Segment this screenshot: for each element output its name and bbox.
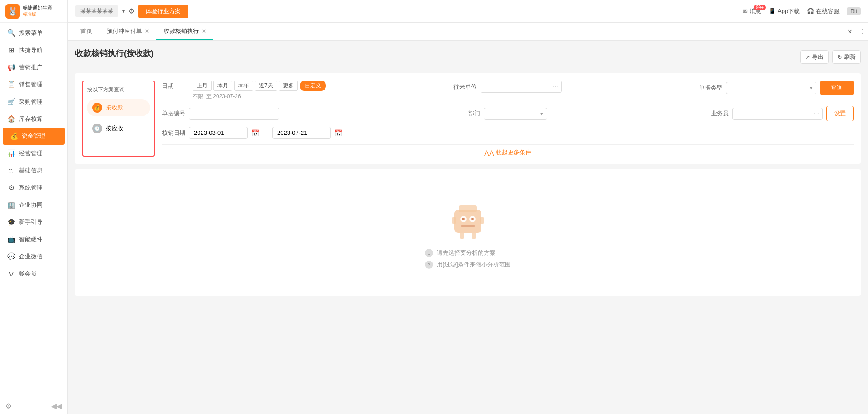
date-label: 日期 xyxy=(162,82,189,90)
sidebar-item-beginner[interactable]: 🎓新手引导 xyxy=(0,214,67,231)
refresh-icon: ↻ xyxy=(837,54,842,61)
date-custom[interactable]: 自定义 xyxy=(300,81,326,91)
sidebar-item-business[interactable]: 📊经营管理 xyxy=(0,145,67,162)
svg-rect-9 xyxy=(460,233,464,239)
logo-icon: 🐰 xyxy=(5,4,20,19)
tab-receivable-writeoff[interactable]: 收款核销执行 ✕ xyxy=(156,24,213,40)
sidebar-item-basic[interactable]: 🗂基础信息 xyxy=(0,162,67,179)
empty-tip-1: 1 请先选择要分析的方案 xyxy=(425,249,510,257)
sales-icon: 📋 xyxy=(7,81,15,89)
filter-fields: 日期 上月 本月 本年 近7天 更多 自定义 不限 xyxy=(162,81,854,157)
logo-sub: 标准版 xyxy=(23,11,52,18)
calendar-start-icon[interactable]: 📅 xyxy=(251,129,259,137)
sidebar-item-hardware[interactable]: 📺智能硬件 xyxy=(0,231,67,248)
svg-rect-6 xyxy=(461,225,475,227)
refresh-button[interactable]: ↻ 刷新 xyxy=(832,50,861,64)
tab-receivable-close[interactable]: ✕ xyxy=(202,28,206,34)
sidebar-item-purchase[interactable]: 🛒采购管理 xyxy=(0,93,67,110)
settings-button[interactable]: 设置 xyxy=(826,106,854,121)
empty-state: 1 请先选择要分析的方案 2 用[过滤]条件来缩小分析范围 xyxy=(75,169,861,296)
date-last-month[interactable]: 上月 xyxy=(193,81,212,91)
chevron-up-icon: ⋀⋀ xyxy=(484,149,494,156)
finance-icon: 💰 xyxy=(10,132,18,140)
date-7days[interactable]: 近7天 xyxy=(255,81,277,91)
sidebar-item-enterprise[interactable]: 🏢企业协同 xyxy=(0,196,67,214)
writeoff-start-input[interactable] xyxy=(189,127,248,139)
staff-more-icon[interactable]: ··· xyxy=(813,109,819,118)
sidebar-footer: ⚙ ◀◀ xyxy=(0,398,67,414)
empty-illustration xyxy=(441,196,495,242)
sidebar-item-finance[interactable]: 💰资金管理 xyxy=(3,128,65,145)
user-avatar[interactable]: Rit xyxy=(847,7,861,15)
tab-prepay-close[interactable]: ✕ xyxy=(145,28,149,34)
date-shortcuts: 上月 本月 本年 近7天 更多 自定义 xyxy=(193,81,326,91)
brand-dropdown-icon[interactable]: ▾ xyxy=(122,8,125,14)
message-btn[interactable]: ✉ 消息 99+ xyxy=(743,7,761,15)
svg-rect-7 xyxy=(452,217,456,224)
svg-point-4 xyxy=(462,218,465,220)
receivable-icon: 🕐 xyxy=(92,124,102,133)
trial-button[interactable]: 体验行业方案 xyxy=(138,5,188,18)
doc-no-input[interactable] xyxy=(189,108,279,120)
system-icon: ⚙ xyxy=(7,184,15,192)
dept-label: 部门 xyxy=(468,109,480,118)
partner-more-icon[interactable]: ··· xyxy=(552,83,558,91)
page-content: 收款核销执行(按收款) ↗ 导出 ↻ 刷新 按以下方案查询 💰 按收款 xyxy=(68,41,868,414)
tab-home[interactable]: 首页 xyxy=(73,24,99,40)
filter-section-title: 按以下方案查询 xyxy=(87,86,150,94)
sidebar-item-wechat[interactable]: 💬企业微信 xyxy=(0,248,67,265)
message-badge: 99+ xyxy=(754,5,766,10)
settings-gear-icon[interactable]: ⚙ xyxy=(128,7,135,15)
sidebar-item-member[interactable]: V畅会员 xyxy=(0,265,67,282)
sidebar-item-marketing[interactable]: 📢营销推广 xyxy=(0,59,67,76)
search-icon: 🔍 xyxy=(7,29,15,37)
sidebar-item-inventory[interactable]: 🏠库存核算 xyxy=(0,110,67,128)
message-icon: ✉ xyxy=(743,8,748,14)
date-to-text: 至 2023-07-26 xyxy=(206,93,241,100)
wechat-icon: 💬 xyxy=(7,252,15,261)
writeoff-date-range: 📅 — 📅 xyxy=(189,127,342,139)
logo: 🐰 畅捷通好生意 标准版 xyxy=(0,0,67,23)
online-service-btn[interactable]: 🎧 在线客服 xyxy=(807,7,840,15)
sidebar-item-search[interactable]: 🔍搜索菜单 xyxy=(0,24,67,42)
export-icon: ↗ xyxy=(805,54,810,61)
query-button[interactable]: 查询 xyxy=(820,81,854,95)
export-button[interactable]: ↗ 导出 xyxy=(800,50,829,64)
logo-name: 畅捷通好生意 xyxy=(23,5,52,11)
date-this-year[interactable]: 本年 xyxy=(234,81,253,91)
collapse-more-btn[interactable]: ⋀⋀ 收起更多条件 xyxy=(162,144,854,157)
date-this-month[interactable]: 本月 xyxy=(213,81,232,91)
filter-by-receipt[interactable]: 💰 按收款 xyxy=(87,99,150,116)
sidebar-item-system[interactable]: ⚙系统管理 xyxy=(0,179,67,196)
sidebar-nav: 🔍搜索菜单⊞快捷导航📢营销推广📋销售管理🛒采购管理🏠库存核算💰资金管理📊经营管理… xyxy=(0,23,67,398)
doc-type-select[interactable] xyxy=(726,82,816,94)
sidebar-item-sales[interactable]: 📋销售管理 xyxy=(0,76,67,93)
app-download-btn[interactable]: 📱 App下载 xyxy=(769,7,800,15)
collapse-icon[interactable]: ◀◀ xyxy=(51,402,62,410)
settings-icon[interactable]: ⚙ xyxy=(5,402,12,410)
main-content: 某某某某某某 ▾ ⚙ 体验行业方案 ✉ 消息 99+ 📱 App下载 🎧 在线客… xyxy=(68,0,868,414)
maximize-icon[interactable]: ⛶ xyxy=(856,28,863,35)
partner-label: 往来单位 xyxy=(453,83,477,91)
enterprise-icon: 🏢 xyxy=(7,201,15,209)
partner-input[interactable] xyxy=(481,81,562,93)
writeoff-end-input[interactable] xyxy=(272,127,331,139)
sidebar-item-quick-nav[interactable]: ⊞快捷导航 xyxy=(0,42,67,59)
basic-icon: 🗂 xyxy=(7,167,15,175)
writeoff-date-label: 核销日期 xyxy=(162,129,185,137)
svg-point-5 xyxy=(471,218,474,220)
beginner-icon: 🎓 xyxy=(7,218,15,226)
svg-rect-0 xyxy=(454,210,481,233)
tab-prepay[interactable]: 预付冲应付单 ✕ xyxy=(99,24,156,40)
filter-options-panel: 按以下方案查询 💰 按收款 🕐 按应收 xyxy=(82,81,155,157)
calendar-end-icon[interactable]: 📅 xyxy=(335,129,342,137)
staff-input[interactable] xyxy=(732,108,823,120)
empty-tips: 1 请先选择要分析的方案 2 用[过滤]条件来缩小分析范围 xyxy=(425,249,510,269)
page-title: 收款核销执行(按收款) xyxy=(75,48,154,59)
dept-select[interactable] xyxy=(484,108,547,120)
inventory-icon: 🏠 xyxy=(7,115,15,123)
close-window-icon[interactable]: ✕ xyxy=(847,28,853,35)
date-more[interactable]: 更多 xyxy=(279,81,298,91)
svg-rect-10 xyxy=(472,233,476,239)
filter-by-receivable[interactable]: 🕐 按应收 xyxy=(87,120,150,137)
